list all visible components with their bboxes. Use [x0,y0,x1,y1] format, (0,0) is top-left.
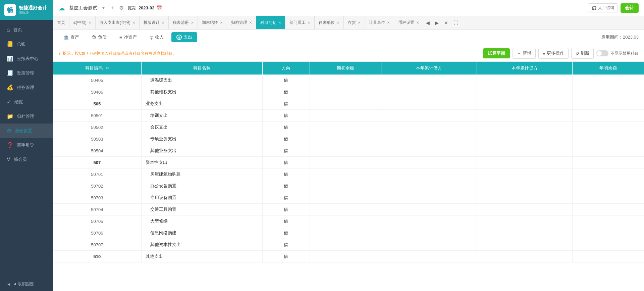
cell-ytd-debit [381,110,477,122]
sub-tab-income[interactable]: ◎ 收入 [145,32,169,42]
sidebar-item-closing[interactable]: ✓ 结账 [0,95,53,109]
hint-icon: ℹ [58,51,60,56]
table-row[interactable]: 507 资本性支出 借 [53,157,644,168]
add-tab-btn[interactable]: ＋ [110,4,115,11]
table-row[interactable]: 50706 信息网络购建 借 [53,227,644,239]
tab-template-close[interactable]: ✕ [162,21,164,25]
tab-tax[interactable]: 税表清册 ✕ [169,16,198,30]
tab-unit[interactable]: 往来单位 ✕ [315,16,344,30]
sub-tab-liability[interactable]: 负 负债 [87,32,112,42]
tab-dept[interactable]: 部门员工 ✕ [285,16,315,30]
balance-btn[interactable]: 试算平衡 [483,48,510,58]
cell-opening-balance [310,122,381,133]
tab-income-close[interactable]: ✕ [132,21,135,25]
ai-consult-btn[interactable]: 🎧 人工咨询 [588,3,618,12]
table-row[interactable]: 50406 其他维权支出 借 [53,86,644,98]
table-row[interactable]: 505 业务支出 借 [53,98,644,110]
tab-period[interactable]: £(中期) ✕ [69,16,96,30]
sidebar-item-guide[interactable]: ❓ 新手引导 [0,138,53,152]
tab-measure-close[interactable]: ✕ [387,21,390,25]
tab-close-all[interactable]: ✕ [441,16,451,30]
tab-period-end-close[interactable]: ✕ [220,21,223,25]
sidebar-item-archive[interactable]: 📁 归档管理 [0,109,53,124]
table-row[interactable]: 50504 其他业务支出 借 [53,145,644,157]
toggle-switch-track[interactable] [596,50,608,56]
tab-income[interactable]: 收入支出表(年报) ✕ [96,16,140,30]
sub-tab-net-asset[interactable]: ≡ 净资产 [114,32,142,42]
sidebar-collapse-btn[interactable]: ◄ ◄ 取消固定 [0,277,53,291]
table-row[interactable]: 50405 运温暖支出 借 [53,75,644,86]
cell-name: 专项业务支出 [141,133,262,145]
tab-dept-close[interactable]: ✕ [308,21,310,25]
cell-ytd-debit [381,157,477,168]
tab-archive-close[interactable]: ✕ [249,21,252,25]
tab-tax-close[interactable]: ✕ [191,21,194,25]
cell-name: 运温暖支出 [141,75,262,86]
tab-home[interactable]: 首页 [53,16,69,30]
table-row[interactable]: 510 其他支出 借 [53,251,644,262]
sidebar-item-report[interactable]: 📊 云报表中心 [0,51,53,66]
cell-ytd-credit [477,86,572,98]
sub-tabs: 🏦 资产 负 负债 ≡ 净资产 ◎ 收入 ⊕ 支出 启用期间：2023.03 [53,30,644,45]
table-row[interactable]: 50707 其他资本性支出 借 [53,239,644,251]
dropdown-icon[interactable]: ▼ [101,5,106,10]
table-row[interactable]: 50502 会议支出 借 [53,122,644,133]
sidebar-item-invoice[interactable]: 🧾 发票管理 [0,66,53,80]
tab-subject-init-close[interactable]: ✕ [278,21,281,25]
cell-year-opening [572,239,644,251]
tab-period-close[interactable]: ✕ [89,21,91,25]
sidebar-item-home[interactable]: ⌂ 首页 [0,23,53,37]
sub-tab-expense[interactable]: ⊕ 支出 [171,32,197,42]
tab-template-label: 模版设计 [144,20,160,26]
cell-name: 交通工具购置 [141,204,262,215]
sidebar-item-tax[interactable]: 💰 税务管理 [0,80,53,95]
tab-measure[interactable]: 计量单位 ✕ [365,16,394,30]
cell-direction: 借 [262,192,310,204]
tab-template[interactable]: 模版设计 ✕ [140,16,169,30]
tab-inventory[interactable]: 存货 ✕ [344,16,365,30]
tab-maximize[interactable]: ⛶ [451,16,461,30]
col-settings-icon[interactable]: ⚙ [105,66,109,70]
tab-unit-close[interactable]: ✕ [337,21,339,25]
cell-name: 办公设备购置 [141,180,262,192]
table-row[interactable]: 50704 交通工具购置 借 [53,204,644,215]
table-row[interactable]: 50501 培训支出 借 [53,110,644,122]
add-btn[interactable]: ＋ 新增 [513,48,536,59]
cell-year-opening [572,192,644,204]
table-row[interactable]: 50705 大型修缮 借 [53,215,644,227]
sub-tab-net-asset-label: 净资产 [124,34,137,40]
cell-ytd-debit [381,204,477,215]
company-name[interactable]: 基层工会测试 [69,5,97,11]
cell-ytd-credit [477,192,572,204]
tab-nav-right[interactable]: ▶ [432,16,441,30]
sidebar-label-tax: 税务管理 [17,85,34,91]
table-row[interactable]: 50703 专用设备购置 借 [53,192,644,204]
top-bar: ☁ 基层工会测试 ▼ ＋ ⚙ 账期 2023-03 📅 🎧 人工咨询 会计 [53,0,644,16]
table-row[interactable]: 50503 专项业务支出 借 [53,133,644,145]
tab-subject-init-label: 科目期初 [260,20,276,26]
cell-ytd-credit [477,204,572,215]
sidebar-label-guide: 新手引导 [17,142,34,148]
tab-nav-left[interactable]: ◀ [423,16,432,30]
sub-tab-asset[interactable]: 🏦 资产 [58,32,84,42]
toggle-disabled[interactable]: 不显示禁用科目 [596,50,639,56]
tab-currency-close[interactable]: ✕ [416,21,419,25]
user-role-label: 会计 [625,5,634,11]
tab-subject-init[interactable]: 科目期初 ✕ [256,16,285,30]
user-role-btn[interactable]: 会计 [621,3,639,13]
table-row[interactable]: 50702 办公设备购置 借 [53,180,644,192]
logo-text-block: 畅捷通好会计 旗舰版 [19,5,47,15]
refresh-btn[interactable]: ↺ 刷新 [571,48,594,59]
tab-archive[interactable]: 归档管理 ✕ [227,16,256,30]
more-btn[interactable]: ≡ 更多操作 [538,48,569,59]
sidebar-item-ledger[interactable]: 📒 总账 [0,37,53,51]
sidebar-item-member[interactable]: V 畅会员 [0,152,53,166]
tab-currency[interactable]: 币种设置 ✕ [394,16,423,30]
calendar-icon[interactable]: 📅 [157,5,162,10]
table-row[interactable]: 50701 房屋建筑物购建 借 [53,168,644,180]
sidebar-label-archive: 归档管理 [17,113,34,119]
sidebar-item-settings[interactable]: ⚙ 基础设置 [0,124,53,138]
settings-gear-icon[interactable]: ⚙ [119,5,124,11]
tab-inventory-close[interactable]: ✕ [358,21,361,25]
tab-period-end[interactable]: 期末结转 ✕ [198,16,227,30]
